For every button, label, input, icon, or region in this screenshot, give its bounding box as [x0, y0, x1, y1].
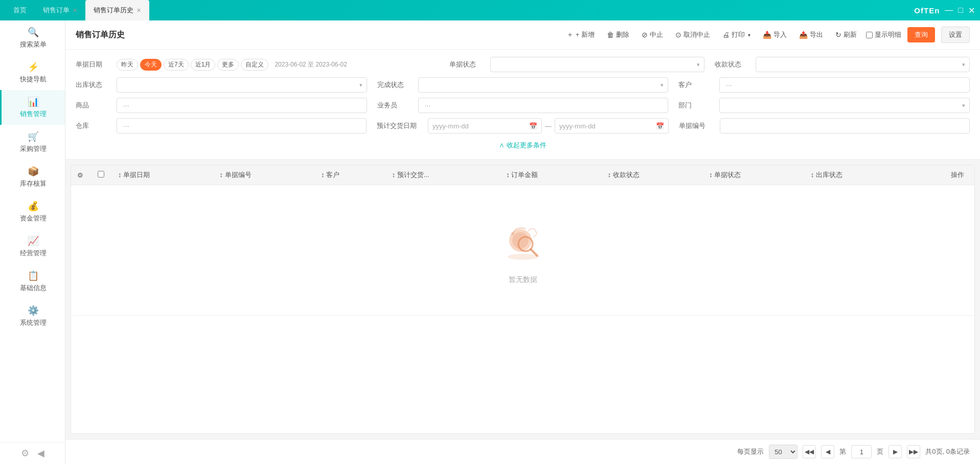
sidebar-settings-icon[interactable]: ⚙ [21, 448, 29, 459]
select-all-checkbox[interactable] [98, 171, 104, 178]
completion-status-select[interactable]: ▾ [418, 77, 669, 93]
refresh-btn[interactable]: ↻ 刷新 [832, 28, 860, 41]
import-btn[interactable]: 📥 导入 [760, 28, 790, 41]
delete-btn[interactable]: 🗑 删除 [604, 28, 632, 41]
calendar-from-icon: 📅 [529, 122, 537, 130]
date-btn-today[interactable]: 今天 [140, 59, 162, 71]
brand-label: OfTEn [914, 6, 940, 15]
filter-area: 单据日期 昨天 今天 近7天 近1月 更多 自定义 2023-06-02 至 2… [65, 50, 980, 160]
th-bill-date[interactable]: ↕ 单据日期 [112, 165, 214, 185]
expected-date-label: 预计交货日期 [377, 121, 428, 130]
purchase-mgmt-icon: 🛒 [28, 131, 39, 142]
outbound-status-select[interactable]: ▾ [117, 77, 367, 93]
toolbar: ＋ + 新增 🗑 删除 ⊘ 中止 ⊙ 取消中止 🖨 打印 [563, 27, 970, 43]
sidebar-item-basic-info[interactable]: 📋 基础信息 [0, 264, 65, 299]
sidebar-item-quick-nav[interactable]: ⚡ 快捷导航 [0, 55, 65, 90]
cancel-stop-btn[interactable]: ⊙ 取消中止 [672, 28, 713, 41]
expected-date-to[interactable]: yyyy-mm-dd 📅 [555, 118, 669, 134]
show-details-input[interactable] [866, 32, 873, 38]
sidebar-item-purchase-mgmt[interactable]: 🛒 采购管理 [0, 125, 65, 160]
outbound-status-arrow-icon: ▾ [359, 82, 362, 89]
new-btn[interactable]: ＋ + 新增 [563, 28, 598, 41]
filter-row-3: 商品 ··· 业务员 ··· 部门 ▾ [76, 98, 970, 113]
th-action: 操作 [906, 165, 974, 185]
page-number-input[interactable] [851, 445, 872, 458]
date-btn-1month[interactable]: 近1月 [191, 59, 216, 71]
print-btn[interactable]: 🖨 打印 ▾ [719, 28, 754, 41]
warehouse-dots: ··· [123, 122, 129, 130]
th-expected-delivery[interactable]: ↕ 预计交货... [386, 165, 500, 185]
th-customer[interactable]: ↕ 客户 [315, 165, 386, 185]
show-details-checkbox[interactable]: 显示明细 [866, 30, 901, 39]
customer-input[interactable]: ··· [719, 77, 970, 93]
svg-point-2 [512, 232, 529, 249]
filter-row-1: 单据日期 昨天 今天 近7天 近1月 更多 自定义 2023-06-02 至 2… [76, 57, 970, 72]
window-max-btn[interactable]: □ [958, 6, 963, 15]
sidebar-item-sales-mgmt[interactable]: 📊 销售管理 [0, 90, 65, 125]
outbound-status-label: 出库状态 [76, 80, 117, 90]
last-page-btn[interactable]: ▶▶ [907, 445, 920, 458]
first-page-btn[interactable]: ◀◀ [803, 445, 816, 458]
query-btn[interactable]: 查询 [907, 27, 935, 42]
th-bill-status[interactable]: ↕ 单据状态 [703, 165, 805, 185]
window-close-btn[interactable]: ✕ [968, 6, 975, 15]
window-min-btn[interactable]: — [945, 6, 953, 15]
date-btn-more[interactable]: 更多 [217, 59, 239, 71]
basic-info-icon: 📋 [28, 270, 39, 281]
export-btn[interactable]: 📤 导出 [796, 28, 826, 41]
tab-sales-order-history-close[interactable]: ✕ [136, 7, 141, 14]
sidebar-item-operation-mgmt[interactable]: 📈 经营管理 [0, 229, 65, 264]
sidebar-collapse-icon[interactable]: ◀ [37, 448, 44, 459]
warehouse-input[interactable]: ··· [117, 118, 367, 134]
finance-mgmt-icon: 💰 [28, 201, 39, 212]
stop-icon: ⊘ [642, 31, 648, 39]
sidebar-item-finance-mgmt[interactable]: 💰 资金管理 [0, 194, 65, 229]
export-icon: 📤 [799, 31, 808, 39]
tab-home[interactable]: 首页 [5, 0, 35, 20]
empty-illustration [497, 216, 549, 267]
payment-status-select[interactable]: ▾ [756, 57, 970, 72]
expected-date-from[interactable]: yyyy-mm-dd 📅 [428, 118, 542, 134]
settings-btn[interactable]: 设置 [941, 27, 970, 43]
warehouse-label: 仓库 [76, 121, 117, 130]
th-checkbox[interactable] [92, 165, 112, 185]
completion-status-arrow-icon: ▾ [660, 82, 664, 89]
per-page-select[interactable]: 20 50 100 [769, 445, 797, 459]
sidebar-bottom: ⚙ ◀ [0, 442, 65, 464]
tab-sales-order[interactable]: 销售订单 ✕ [35, 0, 85, 20]
th-bill-number[interactable]: ↕ 单据编号 [214, 165, 315, 185]
delete-icon: 🗑 [607, 31, 614, 39]
date-btn-custom[interactable]: 自定义 [241, 59, 268, 71]
tab-sales-order-close[interactable]: ✕ [73, 7, 77, 14]
filter-row-4: 仓库 ··· 预计交货日期 yyyy-mm-dd 📅 — yyyy-mm-dd … [76, 118, 970, 134]
top-bar: 首页 销售订单 ✕ 销售订单历史 ✕ OfTEn — □ ✕ [0, 0, 980, 20]
th-outbound-status[interactable]: ↕ 出库状态 [805, 165, 906, 185]
content-area: 销售订单历史 ＋ + 新增 🗑 删除 ⊘ 中止 ⊙ 取消中止 [65, 20, 980, 464]
bill-number-input[interactable] [720, 118, 970, 134]
sidebar-item-system-mgmt[interactable]: ⚙️ 系统管理 [0, 299, 65, 334]
refresh-icon: ↻ [835, 31, 841, 39]
salesperson-input[interactable]: ··· [418, 98, 669, 113]
prev-page-btn[interactable]: ◀ [821, 445, 834, 458]
bill-status-select[interactable]: ▾ [490, 57, 704, 72]
dept-select[interactable]: ▾ [719, 98, 970, 113]
date-btn-7days[interactable]: 近7天 [164, 59, 189, 71]
th-settings[interactable]: ⚙ [71, 165, 92, 185]
operation-mgmt-icon: 📈 [28, 235, 39, 247]
pagination-bar: 每页显示 20 50 100 ◀◀ ◀ 第 页 ▶ ▶▶ 共0页, 0条记录 [65, 439, 980, 464]
svg-point-5 [511, 232, 514, 235]
bill-status-label: 单据状态 [449, 60, 490, 69]
total-text: 共0页, 0条记录 [925, 447, 970, 456]
page-suffix: 页 [877, 447, 883, 456]
settings-gear-icon: ⚙ [77, 171, 83, 179]
date-btn-yesterday[interactable]: 昨天 [117, 59, 138, 71]
tab-sales-order-history[interactable]: 销售订单历史 ✕ [85, 0, 149, 20]
th-order-amount[interactable]: ↕ 订单金额 [500, 165, 602, 185]
collapse-btn[interactable]: ∧ 收起更多条件 [76, 139, 970, 152]
goods-input[interactable]: ··· [117, 98, 367, 113]
sidebar-item-search-menu[interactable]: 🔍 搜索菜单 [0, 20, 65, 55]
th-payment-status[interactable]: ↕ 收款状态 [602, 165, 703, 185]
sidebar-item-inventory-mgmt[interactable]: 📦 库存核算 [0, 160, 65, 194]
next-page-btn[interactable]: ▶ [888, 445, 902, 458]
stop-btn[interactable]: ⊘ 中止 [639, 28, 666, 41]
